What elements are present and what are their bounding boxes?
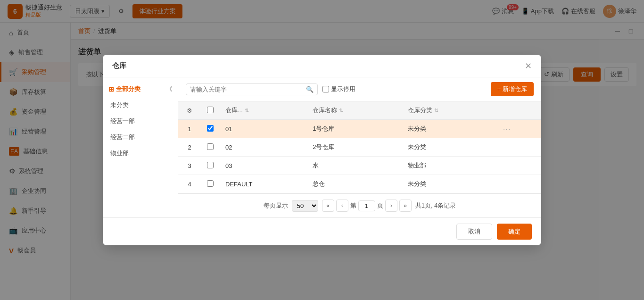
row-more[interactable] [497, 175, 541, 193]
modal-footer: 取消 确定 [103, 217, 541, 245]
col-header-category: 仓库分类 ⇅ [402, 101, 497, 120]
table-row[interactable]: 4 DEFAULT 总仓 未分类 [178, 175, 541, 193]
row-code: DEFAULT [220, 175, 307, 193]
page-size-label: 每页显示 [264, 201, 288, 210]
modal-header: 仓库 ✕ [103, 55, 541, 77]
first-page-button[interactable]: « [322, 200, 334, 212]
col-header-settings[interactable]: ⚙ [178, 101, 201, 120]
col-header-code: 仓库... ⇅ [220, 101, 307, 120]
grid-icon: ⊞ [108, 85, 114, 93]
show-disabled-label[interactable]: 显示停用 [322, 85, 355, 93]
row-index: 2 [178, 138, 201, 157]
confirm-button[interactable]: 确定 [497, 224, 532, 240]
warehouse-modal: 仓库 ✕ ⊞ 全部分类 《 未分类 经营一部 [103, 55, 541, 245]
modal-close-button[interactable]: ✕ [525, 62, 532, 70]
row-category: 未分类 [402, 138, 497, 157]
prev-page-button[interactable]: ‹ [336, 200, 348, 212]
page-nav: « ‹ 第 页 › » [322, 200, 412, 212]
col-code-label: 仓库... [225, 106, 243, 115]
row-checkbox-cell [201, 175, 220, 193]
category-item-unclassified[interactable]: 未分类 [103, 97, 178, 113]
row-code: 03 [220, 157, 307, 175]
row-checkbox[interactable] [207, 143, 214, 150]
pagination-bar: 每页显示 50 100 « ‹ 第 页 › » 共1页, 4条记录 [178, 193, 541, 217]
row-name: 1号仓库 [307, 120, 402, 138]
row-checkbox-cell [201, 157, 220, 175]
warehouse-table: ⚙ 仓库... ⇅ [178, 101, 541, 193]
row-code: 01 [220, 120, 307, 138]
sort-category-icon[interactable]: ⇅ [434, 108, 438, 114]
row-category: 未分类 [402, 120, 497, 138]
row-index: 1 [178, 120, 201, 138]
row-more[interactable] [497, 157, 541, 175]
table-panel: 🔍 显示停用 + 新增仓库 ⚙ [178, 77, 541, 217]
page-suffix: 页 [377, 201, 383, 210]
search-input[interactable] [190, 86, 303, 93]
table-toolbar: 🔍 显示停用 + 新增仓库 [178, 77, 541, 101]
col-category-label: 仓库分类 [408, 106, 432, 115]
row-index: 4 [178, 175, 201, 193]
row-name: 2号仓库 [307, 138, 402, 157]
row-checkbox[interactable] [207, 125, 214, 132]
next-page-button[interactable]: › [385, 200, 397, 212]
collapse-icon[interactable]: 《 [166, 85, 172, 93]
table-header-row: ⚙ 仓库... ⇅ [178, 101, 541, 120]
more-button[interactable]: ··· [503, 125, 511, 133]
data-table-wrapper: ⚙ 仓库... ⇅ [178, 101, 541, 193]
col-name-label: 仓库名称 [313, 106, 337, 115]
last-page-button[interactable]: » [399, 200, 412, 212]
row-category: 未分类 [402, 175, 497, 193]
sort-code-icon[interactable]: ⇅ [245, 108, 249, 114]
row-checkbox-cell [201, 120, 220, 138]
new-warehouse-button[interactable]: + 新增仓库 [491, 82, 534, 96]
table-row[interactable]: 1 01 1号仓库 未分类 ··· [178, 120, 541, 138]
category-item-dept1[interactable]: 经营一部 [103, 113, 178, 129]
row-name: 总仓 [307, 175, 402, 193]
row-code: 02 [220, 138, 307, 157]
table-row[interactable]: 3 03 水 物业部 [178, 157, 541, 175]
col-header-check [201, 101, 220, 120]
table-body: 1 01 1号仓库 未分类 ··· 2 02 2号仓库 未分类 3 03 水 物… [178, 120, 541, 193]
category-item-dept2[interactable]: 经营二部 [103, 129, 178, 145]
page-prefix: 第 [350, 201, 356, 210]
row-checkbox[interactable] [207, 180, 214, 187]
row-category: 物业部 [402, 157, 497, 175]
search-icon[interactable]: 🔍 [306, 86, 314, 93]
cancel-button[interactable]: 取消 [456, 224, 492, 240]
category-header[interactable]: ⊞ 全部分类 《 [103, 81, 178, 97]
page-size-select[interactable]: 50 100 [292, 200, 318, 212]
page-number-input[interactable] [358, 200, 375, 211]
category-panel: ⊞ 全部分类 《 未分类 经营一部 经营二部 物业部 [103, 77, 178, 217]
total-info: 共1页, 4条记录 [415, 201, 456, 210]
row-index: 3 [178, 157, 201, 175]
category-item-property[interactable]: 物业部 [103, 145, 178, 161]
row-name: 水 [307, 157, 402, 175]
row-checkbox-cell [201, 138, 220, 157]
row-checkbox[interactable] [207, 162, 214, 168]
table-row[interactable]: 2 02 2号仓库 未分类 [178, 138, 541, 157]
modal-title: 仓库 [112, 61, 126, 70]
col-header-name: 仓库名称 ⇅ [307, 101, 402, 120]
row-more[interactable]: ··· [497, 120, 541, 138]
show-disabled-checkbox[interactable] [322, 86, 329, 92]
category-all-label: 全部分类 [116, 85, 140, 93]
select-all-checkbox[interactable] [207, 107, 214, 113]
sort-name-icon[interactable]: ⇅ [339, 108, 343, 114]
row-more[interactable] [497, 138, 541, 157]
modal-body: ⊞ 全部分类 《 未分类 经营一部 经营二部 物业部 [103, 77, 541, 217]
col-header-action [497, 101, 541, 120]
modal-overlay: 仓库 ✕ ⊞ 全部分类 《 未分类 经营一部 [0, 0, 644, 300]
search-box: 🔍 [186, 83, 318, 95]
